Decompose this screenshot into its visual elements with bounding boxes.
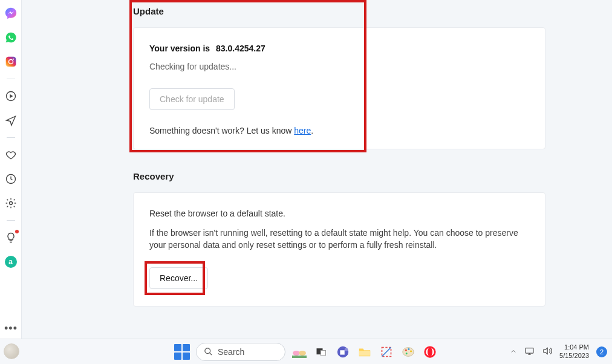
check-for-update-button[interactable]: Check for update bbox=[149, 88, 235, 110]
recovery-card: Reset the browser to a default state. If… bbox=[133, 192, 545, 307]
svg-point-12 bbox=[345, 348, 348, 351]
version-line: Your version is 83.0.4254.27 bbox=[149, 44, 529, 53]
update-status: Checking for updates... bbox=[149, 62, 529, 71]
taskbar-snip-icon[interactable] bbox=[379, 344, 394, 360]
svg-point-2 bbox=[13, 59, 14, 60]
gear-icon[interactable] bbox=[4, 196, 18, 210]
svg-point-18 bbox=[406, 353, 408, 354]
notification-badge[interactable]: 2 bbox=[596, 346, 607, 357]
update-section-title: Update bbox=[133, 6, 612, 16]
taskbar-paint-icon[interactable] bbox=[400, 344, 416, 360]
browser-sidebar: a ••• bbox=[0, 0, 22, 339]
taskbar-left bbox=[4, 339, 19, 364]
a-badge-icon[interactable]: a bbox=[4, 255, 18, 269]
svg-point-6 bbox=[205, 348, 210, 354]
settings-content: Update Your version is 83.0.4254.27 Chec… bbox=[22, 0, 612, 339]
instagram-icon[interactable] bbox=[4, 54, 18, 69]
start-button[interactable] bbox=[174, 344, 190, 360]
heart-icon[interactable] bbox=[4, 148, 18, 162]
play-circle-icon[interactable] bbox=[4, 89, 18, 103]
update-card: Your version is 83.0.4254.27 Checking fo… bbox=[133, 27, 545, 149]
windows-taskbar: Search bbox=[0, 339, 612, 364]
clock-icon[interactable] bbox=[4, 172, 18, 186]
taskbar-time: 1:04 PM bbox=[559, 343, 589, 351]
recovery-desc: Reset the browser to a default state. bbox=[149, 209, 529, 218]
svg-point-8 bbox=[299, 351, 306, 356]
svg-point-21 bbox=[428, 347, 432, 356]
tray-display-icon[interactable] bbox=[524, 346, 535, 358]
svg-point-15 bbox=[405, 349, 407, 351]
taskbar-search[interactable]: Search bbox=[196, 343, 285, 361]
svg-rect-10 bbox=[321, 350, 325, 355]
messenger-icon[interactable] bbox=[4, 6, 18, 21]
version-label: Your version is bbox=[149, 44, 210, 53]
version-value: 83.0.4254.27 bbox=[216, 44, 265, 53]
lightbulb-icon[interactable] bbox=[4, 230, 18, 245]
svg-rect-22 bbox=[526, 348, 533, 353]
taskbar-right: 1:04 PM 5/15/2023 2 bbox=[510, 339, 607, 365]
svg-point-5 bbox=[9, 202, 12, 205]
search-icon bbox=[204, 347, 213, 356]
taskbar-app-flowers-icon[interactable] bbox=[291, 344, 307, 360]
sidebar-divider bbox=[7, 220, 15, 221]
sidebar-divider bbox=[7, 79, 15, 79]
taskbar-clock[interactable]: 1:04 PM 5/15/2023 bbox=[559, 343, 589, 359]
recover-button[interactable]: Recover... bbox=[149, 267, 208, 289]
feedback-link[interactable]: here bbox=[294, 126, 311, 135]
feedback-line: Something doesn't work? Let us know here… bbox=[149, 126, 529, 135]
send-icon[interactable] bbox=[4, 113, 18, 128]
taskbar-explorer-icon[interactable] bbox=[357, 344, 373, 360]
svg-rect-0 bbox=[5, 57, 16, 67]
taskbar-taskview-icon[interactable] bbox=[313, 344, 329, 360]
whatsapp-icon[interactable] bbox=[4, 30, 18, 45]
taskbar-opera-icon[interactable] bbox=[422, 344, 438, 360]
sidebar-more-button[interactable]: ••• bbox=[0, 322, 22, 335]
search-placeholder: Search bbox=[218, 347, 244, 357]
taskbar-teams-icon[interactable] bbox=[335, 344, 351, 360]
taskbar-date: 5/15/2023 bbox=[559, 352, 589, 360]
recovery-long: If the browser isn't running well, reset… bbox=[149, 227, 529, 252]
feedback-prefix: Something doesn't work? Let us know bbox=[149, 126, 294, 135]
feedback-suffix: . bbox=[311, 126, 313, 135]
opera-profile-icon[interactable] bbox=[4, 343, 19, 359]
svg-point-17 bbox=[410, 350, 412, 352]
tray-volume-icon[interactable] bbox=[542, 346, 552, 358]
tray-chevron-up-icon[interactable] bbox=[510, 348, 517, 356]
sidebar-divider bbox=[7, 137, 15, 138]
svg-point-16 bbox=[408, 348, 409, 349]
taskbar-center: Search bbox=[174, 343, 438, 361]
recovery-section-title: Recovery bbox=[133, 171, 612, 181]
